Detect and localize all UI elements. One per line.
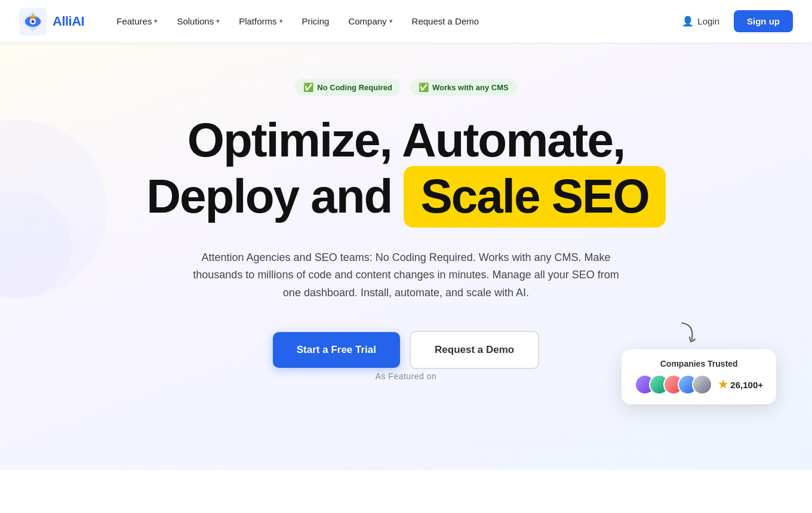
- chevron-down-icon: ▾: [389, 17, 393, 25]
- chevron-down-icon: ▾: [154, 17, 158, 25]
- badge-any-cms: ✅ Works with any CMS: [410, 79, 517, 96]
- nav-item-platforms[interactable]: Platforms ▾: [230, 11, 291, 31]
- headline-line2: Deploy and Scale SEO: [146, 166, 665, 227]
- logo-icon: [19, 8, 47, 35]
- svg-point-4: [32, 20, 35, 23]
- signup-button[interactable]: Sign up: [734, 10, 793, 32]
- logo-text: AlliAI: [53, 14, 84, 29]
- star-icon: ★: [718, 378, 728, 391]
- navbar: AlliAI Features ▾ Solutions ▾ Platforms …: [0, 0, 812, 43]
- login-button[interactable]: 👤 Login: [672, 11, 729, 32]
- start-free-trial-button[interactable]: Start a Free Trial: [273, 332, 400, 368]
- trusted-count: ★ 26,100+: [718, 378, 763, 391]
- nav-item-features[interactable]: Features ▾: [108, 11, 166, 31]
- nav-item-request-demo[interactable]: Request a Demo: [404, 11, 488, 31]
- avatar-stack: [635, 374, 712, 395]
- headline-highlight: Scale SEO: [404, 166, 665, 227]
- trusted-card: Companies Trusted ★ 26,100+: [622, 349, 776, 404]
- cta-row: Start a Free Trial Request a Demo: [273, 331, 539, 369]
- badge-no-coding: ✅ No Coding Required: [295, 79, 401, 96]
- trusted-label: Companies Trusted: [635, 359, 763, 368]
- chevron-down-icon: ▾: [216, 17, 220, 25]
- nav-right: 👤 Login Sign up: [672, 10, 793, 32]
- hero-subtext: Attention Agencies and SEO teams: No Cod…: [191, 249, 621, 302]
- logo[interactable]: AlliAI: [19, 8, 84, 35]
- badges-row: ✅ No Coding Required ✅ Works with any CM…: [295, 79, 516, 96]
- check-icon: ✅: [303, 82, 313, 92]
- user-icon: 👤: [682, 16, 694, 27]
- request-demo-button[interactable]: Request a Demo: [410, 331, 539, 369]
- hero-inner: ✅ No Coding Required ✅ Works with any CM…: [48, 43, 764, 393]
- chevron-down-icon: ▾: [279, 17, 283, 25]
- trusted-row: ★ 26,100+: [635, 374, 763, 395]
- nav-links: Features ▾ Solutions ▾ Platforms ▾ Prici…: [108, 11, 672, 31]
- nav-item-solutions[interactable]: Solutions ▾: [168, 11, 228, 31]
- hero-headline: Optimize, Automate, Deploy and Scale SEO: [146, 115, 665, 228]
- headline-line1: Optimize, Automate,: [146, 115, 665, 166]
- hero-section: ✅ No Coding Required ✅ Works with any CM…: [0, 0, 812, 470]
- as-featured-label: As Featured on: [376, 371, 437, 381]
- avatar: [692, 374, 712, 395]
- nav-item-pricing[interactable]: Pricing: [294, 11, 338, 31]
- nav-item-company[interactable]: Company ▾: [340, 11, 401, 31]
- check-icon: ✅: [419, 82, 429, 92]
